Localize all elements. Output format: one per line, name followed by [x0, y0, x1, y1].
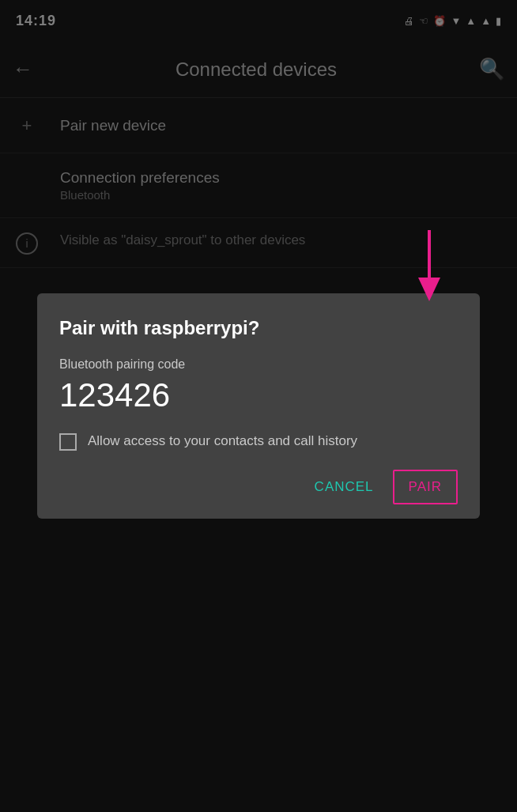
- pair-dialog: Pair with raspberrypi? Bluetooth pairing…: [37, 293, 480, 519]
- pair-button[interactable]: PAIR: [393, 470, 458, 504]
- arrow-svg: [413, 230, 445, 301]
- dialog-code: 123426: [59, 376, 458, 414]
- dialog-code-label: Bluetooth pairing code: [59, 357, 458, 372]
- cancel-button[interactable]: CANCEL: [304, 471, 385, 503]
- dialog-overlay: Pair with raspberrypi? Bluetooth pairing…: [0, 0, 517, 812]
- dialog-title: Pair with raspberrypi?: [59, 315, 458, 340]
- checkbox-label: Allow access to your contacts and call h…: [88, 432, 357, 451]
- dialog-actions: CANCEL PAIR: [59, 470, 458, 504]
- svg-marker-1: [418, 278, 440, 301]
- arrow-annotation: [413, 230, 445, 301]
- contacts-checkbox[interactable]: [59, 433, 77, 451]
- checkbox-row: Allow access to your contacts and call h…: [59, 432, 458, 451]
